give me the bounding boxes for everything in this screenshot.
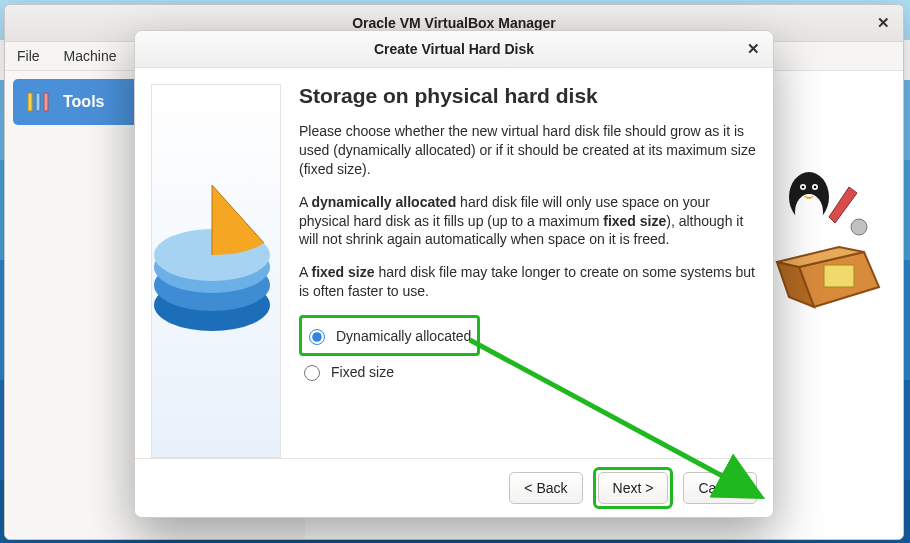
dialog-close-button[interactable]: ✕: [743, 39, 763, 59]
dynamic-paragraph: A dynamically allocated hard disk file w…: [299, 193, 757, 250]
menu-file[interactable]: File: [13, 46, 44, 66]
dialog-title: Create Virtual Hard Disk: [374, 41, 534, 57]
fixed-paragraph: A fixed size hard disk file may take lon…: [299, 263, 757, 301]
intro-paragraph: Please choose whether the new virtual ha…: [299, 122, 757, 179]
highlight-next-button: Next >: [593, 467, 674, 509]
cancel-button[interactable]: Cancel: [683, 472, 757, 504]
welcome-illustration: [769, 157, 889, 317]
menu-machine[interactable]: Machine: [60, 46, 121, 66]
back-button[interactable]: < Back: [509, 472, 582, 504]
svg-rect-3: [824, 265, 854, 287]
svg-point-10: [851, 219, 867, 235]
svg-point-9: [814, 186, 817, 189]
radio-option-dynamic[interactable]: Dynamically allocated: [304, 326, 471, 345]
parent-title: Oracle VM VirtualBox Manager: [352, 15, 556, 31]
parent-close-button[interactable]: ✕: [873, 13, 893, 33]
svg-rect-2: [44, 93, 48, 111]
tools-icon: [25, 89, 51, 115]
wizard-content: Storage on physical hard disk Please cho…: [281, 84, 757, 460]
radio-dynamic-label: Dynamically allocated: [336, 328, 471, 344]
radio-dynamic-input[interactable]: [309, 329, 325, 345]
create-virtual-hard-disk-dialog: Create Virtual Hard Disk ✕ Storage on ph…: [134, 30, 774, 518]
close-icon: ✕: [747, 40, 760, 57]
close-icon: ✕: [877, 14, 890, 31]
sidebar-item-label: Tools: [63, 93, 104, 111]
svg-point-5: [795, 194, 823, 230]
page-heading: Storage on physical hard disk: [299, 84, 757, 108]
dialog-footer: < Back Next > Cancel: [135, 458, 773, 517]
dialog-titlebar: Create Virtual Hard Disk ✕: [135, 31, 773, 68]
highlight-dynamic-option: Dynamically allocated: [299, 315, 480, 356]
radio-fixed-label: Fixed size: [331, 364, 394, 380]
radio-option-fixed[interactable]: Fixed size: [299, 362, 757, 381]
svg-point-8: [802, 186, 805, 189]
svg-rect-0: [28, 93, 32, 111]
wizard-illustration: [151, 84, 281, 458]
svg-rect-1: [36, 93, 40, 111]
next-button[interactable]: Next >: [598, 472, 669, 504]
radio-fixed-input[interactable]: [304, 365, 320, 381]
